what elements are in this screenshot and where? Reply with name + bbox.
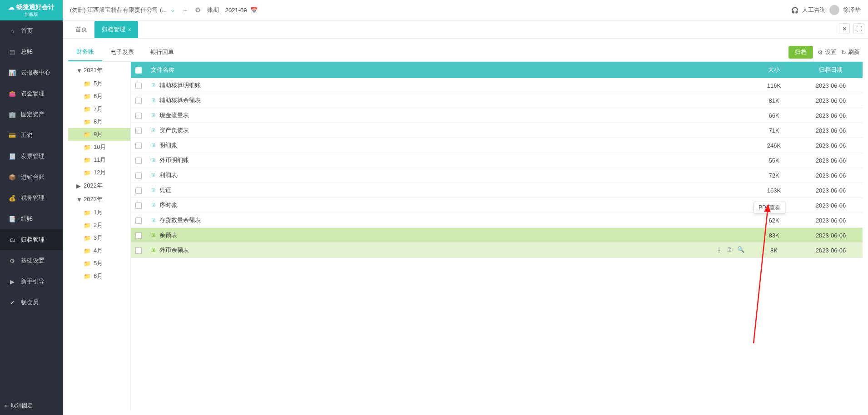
- tab-home[interactable]: 首页: [68, 21, 94, 38]
- vip-icon: ✔: [8, 299, 16, 306]
- tree-month-0-7[interactable]: 📁12月: [68, 166, 130, 179]
- wallet-icon: 👛: [8, 90, 16, 97]
- tree-month-0-4[interactable]: 📁9月: [68, 128, 130, 141]
- tree-year-1[interactable]: ▶2022年: [68, 179, 130, 193]
- tab-archive[interactable]: 归档管理×: [94, 21, 138, 38]
- tree-year-2[interactable]: ▼2023年: [68, 193, 130, 206]
- table-row[interactable]: 🗎存货数量余额表 62K 2023-06-06: [131, 213, 863, 228]
- archive-button[interactable]: 归档: [789, 46, 813, 59]
- row-checkbox[interactable]: [135, 128, 142, 134]
- ledger-icon: ▤: [8, 49, 16, 55]
- nav-item-0[interactable]: ⌂首页: [0, 20, 63, 41]
- nav-item-4[interactable]: 🏢固定资产: [0, 104, 63, 125]
- table-row[interactable]: 🗎现金流量表 66K 2023-06-06: [131, 108, 863, 123]
- col-size: 大小: [749, 62, 799, 78]
- file-icon: 🗎: [151, 187, 157, 193]
- add-icon[interactable]: ＋: [182, 6, 188, 15]
- nav-item-7[interactable]: 📦进销台账: [0, 167, 63, 188]
- col-date: 归档日期: [799, 62, 863, 78]
- tree-month-2-3[interactable]: 📁4月: [68, 244, 130, 257]
- nav-item-8[interactable]: 💰税务管理: [0, 188, 63, 208]
- company-select[interactable]: (勿删) 江西服宝精品有限责任公司 (... ⌄: [70, 6, 175, 14]
- nav-item-1[interactable]: ▤总账: [0, 41, 63, 62]
- tree-month-2-1[interactable]: 📁2月: [68, 219, 130, 232]
- nav-item-13[interactable]: ✔畅会员: [0, 292, 63, 313]
- table-row[interactable]: 🗎凭证 163K 2023-06-06: [131, 183, 863, 198]
- tree-month-0-1[interactable]: 📁6月: [68, 90, 130, 103]
- period-label: 账期: [207, 6, 219, 14]
- unpin-button[interactable]: ⇤取消固定: [0, 396, 63, 415]
- row-checkbox[interactable]: [135, 188, 142, 194]
- subtab-bank[interactable]: 银行回单: [142, 44, 182, 61]
- nav-item-12[interactable]: ▶新手引导: [0, 271, 63, 292]
- table-row[interactable]: 🗎辅助核算余额表 81K 2023-06-06: [131, 93, 863, 108]
- refresh-link[interactable]: ↻刷新: [841, 48, 860, 56]
- nav-item-11[interactable]: ⚙基础设置: [0, 250, 63, 271]
- subtab-finance[interactable]: 财务账: [68, 43, 102, 61]
- settings-link[interactable]: ⚙设置: [818, 48, 837, 56]
- close-all-button[interactable]: ✕: [839, 23, 850, 34]
- folder-icon: 📁: [84, 222, 91, 229]
- nav-item-10[interactable]: 🗂归档管理: [0, 229, 63, 250]
- fullscreen-button[interactable]: ⛶: [853, 23, 864, 34]
- subtab-einvoice[interactable]: 电子发票: [102, 44, 142, 61]
- sidebar: ☁畅捷通好会计 旗舰版 ⌂首页▤总账📊云报表中心👛资金管理🏢固定资产💳工资🧾发票…: [0, 0, 63, 415]
- gear-icon[interactable]: ⚙: [195, 6, 201, 14]
- col-name: 文件名称: [146, 62, 749, 78]
- tax-icon: 💰: [8, 195, 16, 202]
- period-value[interactable]: 2021-09 📅: [225, 7, 258, 14]
- tree-month-2-4[interactable]: 📁5月: [68, 257, 130, 270]
- subtabs: 财务账 电子发票 银行回单 归档 ⚙设置 ↻刷新: [68, 43, 863, 62]
- pdf-icon[interactable]: 🗎: [727, 246, 733, 253]
- table-row[interactable]: 🗎利润表 72K 2023-06-06: [131, 168, 863, 183]
- tree-month-2-0[interactable]: 📁1月: [68, 206, 130, 219]
- folder-icon: 📁: [84, 273, 91, 280]
- row-checkbox[interactable]: [135, 203, 142, 209]
- main: (勿删) 江西服宝精品有限责任公司 (... ⌄ ＋ ⚙ 账期 2021-09 …: [63, 0, 868, 415]
- row-checkbox[interactable]: [135, 232, 142, 239]
- tree-month-0-5[interactable]: 📁10月: [68, 141, 130, 153]
- tree-month-2-5[interactable]: 📁6月: [68, 270, 130, 282]
- tree-month-2-2[interactable]: 📁3月: [68, 232, 130, 244]
- table-row[interactable]: 🗎余额表 83K 2023-06-06: [131, 228, 863, 243]
- row-checkbox[interactable]: [135, 217, 142, 224]
- nav-item-6[interactable]: 🧾发票管理: [0, 146, 63, 167]
- checkbox-all[interactable]: [135, 67, 142, 74]
- row-checkbox[interactable]: [135, 98, 142, 104]
- brand-sub: 旗舰版: [25, 11, 38, 18]
- gear-icon: ⚙: [818, 49, 823, 56]
- row-checkbox[interactable]: [135, 173, 142, 179]
- tree-month-0-2[interactable]: 📁7月: [68, 103, 130, 115]
- nav-item-9[interactable]: 📑结账: [0, 208, 63, 229]
- nav-item-2[interactable]: 📊云报表中心: [0, 62, 63, 83]
- folder-icon: 📁: [84, 209, 91, 216]
- gear-icon: ⚙: [8, 257, 16, 264]
- chart-icon: 📊: [8, 69, 16, 76]
- table-row[interactable]: 🗎辅助核算明细账 116K 2023-06-06: [131, 78, 863, 93]
- support-link[interactable]: 人工咨询: [802, 6, 826, 14]
- row-checkbox[interactable]: [135, 247, 142, 254]
- page-tabs: 首页 归档管理× ✕ ⛶: [63, 20, 868, 39]
- avatar[interactable]: [829, 5, 839, 15]
- row-checkbox[interactable]: [135, 158, 142, 164]
- brand: ☁畅捷通好会计 旗舰版: [0, 0, 63, 20]
- table-row[interactable]: 🗎明细账 246K 2023-06-06: [131, 138, 863, 153]
- tree-year-0[interactable]: ▼2021年: [68, 64, 130, 77]
- row-checkbox[interactable]: [135, 143, 142, 149]
- file-icon: 🗎: [151, 172, 157, 178]
- tree-month-0-0[interactable]: 📁5月: [68, 77, 130, 90]
- row-checkbox[interactable]: [135, 83, 142, 89]
- pdf-view-icon[interactable]: 🔍: [737, 246, 744, 253]
- nav-item-5[interactable]: 💳工资: [0, 125, 63, 146]
- close-icon[interactable]: ×: [128, 27, 131, 32]
- table-row[interactable]: 🗎外币明细账 55K 2023-06-06: [131, 153, 863, 168]
- tree-month-0-6[interactable]: 📁11月: [68, 153, 130, 166]
- row-checkbox[interactable]: [135, 113, 142, 119]
- file-icon: 🗎: [151, 217, 157, 223]
- pin-icon: ⇤: [5, 403, 9, 409]
- tree-month-0-3[interactable]: 📁8月: [68, 115, 130, 128]
- nav-item-3[interactable]: 👛资金管理: [0, 83, 63, 104]
- table-row[interactable]: 🗎外币余额表 ⭳ 🗎 🔍 8K 2023-06-06: [131, 243, 863, 258]
- table-row[interactable]: 🗎资产负债表 71K 2023-06-06: [131, 123, 863, 138]
- download-icon[interactable]: ⭳: [716, 246, 722, 253]
